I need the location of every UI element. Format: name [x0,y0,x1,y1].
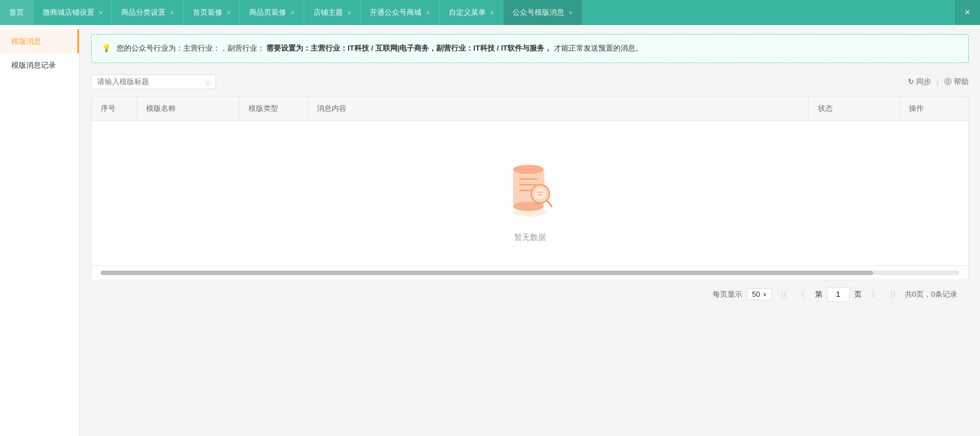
th-index: 序号 [92,97,137,121]
page-number-input[interactable] [827,287,850,302]
nav-tab-home-label: 首页 [9,7,24,18]
nav-tab-wshop-close[interactable]: × [99,9,102,16]
scrollbar-track[interactable] [101,271,959,275]
nav-tab-category-label: 商品分类设置 [121,7,166,18]
empty-text: 暂无数据 [514,232,546,243]
page-size-chevron: ∨ [763,291,767,297]
toolbar: ⌕ ↻ 同步 | ⓪ 帮助 [91,74,969,89]
nav-tab-home-decor-label: 首页装修 [193,7,222,18]
top-nav: 首页 微商城店铺设置 × 商品分类设置 × 首页装修 × 商品页装修 × 店铺主… [0,0,980,25]
nav-tab-open-mall[interactable]: 开通公众号商城 × [361,0,439,25]
search-icon[interactable]: ⌕ [205,77,210,86]
page-next-button[interactable]: ⟩ [866,287,881,302]
search-input[interactable] [97,77,205,86]
scrollbar-wrapper [92,265,968,280]
empty-icon [496,155,564,223]
close-all-button[interactable]: × [955,0,980,25]
notice-suffix: 才能正常发送预置的消息。 [554,44,643,52]
nav-tab-custom-menu-label: 自定义菜单 [449,7,486,18]
page-last-button[interactable]: ⟩⟩ [886,287,900,302]
toolbar-divider: | [937,77,938,86]
nav-tab-open-mall-close[interactable]: × [426,9,429,16]
nav-tab-wshop[interactable]: 微商城店铺设置 × [34,0,112,25]
total-info: 共0页，0条记录 [905,289,957,300]
nav-tab-custom-menu-close[interactable]: × [490,9,494,16]
help-button[interactable]: ⓪ 帮助 [944,77,969,87]
svg-line-9 [547,200,552,206]
nav-tab-custom-menu[interactable]: 自定义菜单 × [440,0,503,25]
nav-tab-product-decor-close[interactable]: × [291,9,294,16]
page-prev-button[interactable]: ⟨ [796,287,811,302]
nav-tab-category[interactable]: 商品分类设置 × [112,0,183,25]
empty-state: 暂无数据 [92,121,968,265]
notice-icon: 💡 [102,44,111,52]
sidebar-item-template-msg-log[interactable]: 模版消息记录 [0,53,79,77]
nav-tab-template-msg-close[interactable]: × [569,9,572,16]
nav-tab-home[interactable]: 首页 [0,0,34,25]
nav-tab-template-msg-label: 公众号模版消息 [512,7,564,18]
toolbar-right: ↻ 同步 | ⓪ 帮助 [908,77,969,87]
page-size-value: 50 [752,290,760,298]
nav-tab-home-decor[interactable]: 首页装修 × [184,0,240,25]
search-box[interactable]: ⌕ [91,74,216,89]
sidebar-item-template-msg-label: 模版消息 [11,37,41,45]
scrollbar-thumb[interactable] [101,271,873,275]
svg-point-8 [535,188,546,200]
sync-icon: ↻ [908,77,914,86]
th-status: 状态 [809,97,900,121]
content-area: 💡 您的公众号行业为：主营行业：，副营行业： 需要设置为：主营行业：IT科技 /… [80,25,980,436]
notice-prefix: 您的公众号行业为：主营行业：，副营行业： [117,44,264,52]
th-type: 模版类型 [239,97,308,121]
help-icon: ⓪ [944,77,952,87]
page-size-select[interactable]: 50 ∨ [747,288,771,300]
sync-button[interactable]: ↻ 同步 [908,77,931,87]
nav-tab-shop-theme[interactable]: 店铺主题 × [304,0,361,25]
help-label: 帮助 [954,77,969,87]
main-layout: 模版消息 模版消息记录 💡 您的公众号行业为：主营行业：，副营行业： 需要设置为… [0,25,980,436]
sidebar-item-template-msg-log-label: 模版消息记录 [11,61,56,69]
th-name: 模版名称 [137,97,239,121]
sidebar: 模版消息 模版消息记录 [0,25,80,436]
notice-highlight: 需要设置为：主营行业：IT科技 / 互联网|电子商务，副营行业：IT科技 / I… [266,44,552,52]
nav-tab-category-close[interactable]: × [170,9,173,16]
page-label: 第 [815,289,822,300]
per-page-label: 每页显示 [713,289,742,300]
notice-box: 💡 您的公众号行业为：主营行业：，副营行业： 需要设置为：主营行业：IT科技 /… [91,34,969,63]
nav-tab-home-decor-close[interactable]: × [227,9,230,16]
page-first-button[interactable]: ⟨⟨ [776,287,791,302]
nav-tab-shop-theme-label: 店铺主题 [313,7,343,18]
sync-label: 同步 [916,77,931,87]
nav-tab-template-msg[interactable]: 公众号模版消息 × [503,0,582,25]
th-action: 操作 [900,97,968,121]
th-content: 消息内容 [308,97,809,121]
nav-tab-open-mall-label: 开通公众号商城 [370,7,421,18]
nav-tab-product-decor[interactable]: 商品页装修 × [240,0,304,25]
nav-tab-wshop-label: 微商城店铺设置 [43,7,94,18]
pagination: 每页显示 50 ∨ ⟨⟨ ⟨ 第 页 ⟩ ⟩⟩ 共0页，0条记录 [91,280,969,309]
sidebar-item-template-msg[interactable]: 模版消息 [0,30,79,53]
nav-tab-product-decor-label: 商品页装修 [249,7,286,18]
page-unit: 页 [854,289,862,300]
table-header: 序号 模版名称 模版类型 消息内容 状态 操作 [92,97,968,121]
data-table: 序号 模版名称 模版类型 消息内容 状态 操作 [91,96,969,280]
nav-tab-shop-theme-close[interactable]: × [348,9,351,16]
svg-point-2 [513,165,544,174]
